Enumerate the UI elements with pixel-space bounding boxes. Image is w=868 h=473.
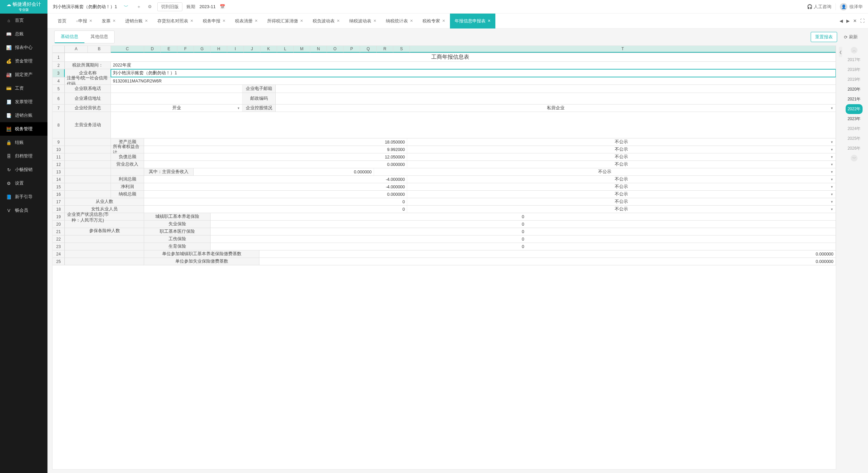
year-down-icon[interactable]: ﹀ [851, 155, 857, 162]
year-item-2020年[interactable]: 2020年 [846, 84, 863, 94]
value-18[interactable]: 0 [144, 206, 407, 213]
add-icon[interactable]: ＋ [135, 4, 142, 10]
row-header-23[interactable]: 23 [53, 243, 65, 250]
col-header-T[interactable]: T [410, 46, 836, 53]
col-header-H[interactable]: H [211, 46, 227, 53]
value-24[interactable]: 0.000000 [259, 250, 836, 258]
value-insure-21[interactable]: 0 [211, 228, 836, 235]
value-asset-16[interactable]: 0.000000 [144, 191, 407, 198]
value-asset-9[interactable]: 18.050000 [144, 138, 407, 146]
year-item-2017年[interactable]: 2017年 [846, 55, 863, 65]
col-header-F[interactable]: F [177, 46, 194, 53]
value-address[interactable] [111, 93, 242, 104]
tab-close-icon[interactable]: ✕ [190, 19, 193, 23]
row-header-3[interactable]: 3 [53, 69, 65, 77]
row-header-6[interactable]: 6 [53, 93, 65, 104]
dropdown-pub-16[interactable]: 不公示 [407, 191, 836, 198]
dropdown-pub-18[interactable]: 不公示 [407, 206, 836, 213]
value-asset-14[interactable]: -4.000000 [144, 176, 407, 183]
dropdown-pub-13[interactable]: 不公示 [374, 168, 836, 175]
tab-close-icon[interactable]: ✕ [488, 19, 491, 23]
tabs-close-icon[interactable]: ✕ [853, 18, 857, 23]
value-zip[interactable] [276, 93, 836, 104]
tab-close-icon[interactable]: ✕ [300, 19, 303, 23]
tab-close-icon[interactable]: ✕ [89, 19, 92, 23]
gear-icon[interactable]: ⚙ [146, 4, 153, 9]
tab-close-icon[interactable]: ✕ [337, 19, 340, 23]
row-header-9[interactable]: 9 [53, 138, 65, 146]
value-asset-13[interactable]: 0.000000 [194, 168, 374, 175]
col-header-O[interactable]: O [327, 46, 343, 53]
tab-close-icon[interactable]: ✕ [373, 19, 376, 23]
sidebar-item-0[interactable]: ⌂首页 [0, 14, 47, 27]
tab-12[interactable]: 年报信息申报表✕ [450, 14, 495, 29]
col-header-A[interactable]: A [65, 46, 88, 53]
value-insure-23[interactable]: 0 [211, 243, 836, 250]
tab-5[interactable]: 税务申报✕ [198, 14, 230, 29]
col-header-G[interactable]: G [194, 46, 211, 53]
value-main-biz[interactable] [111, 112, 836, 138]
sheet-corner[interactable] [53, 46, 65, 53]
reset-report-button[interactable]: 重置报表 [811, 32, 837, 42]
year-item-2025年[interactable]: 2025年 [846, 134, 863, 144]
tab-9[interactable]: 纳税波动表✕ [344, 14, 381, 29]
value-17[interactable]: 0 [144, 198, 407, 205]
dropdown-status[interactable]: 开业 [111, 105, 242, 112]
col-header-E[interactable]: E [161, 46, 177, 53]
row-header-12[interactable]: 12 [53, 161, 65, 168]
tab-8[interactable]: 税负波动表✕ [308, 14, 344, 29]
dropdown-pub-12[interactable]: 不公示 [407, 161, 836, 168]
dropdown-pub-15[interactable]: 不公示 [407, 183, 836, 190]
tab-10[interactable]: 纳税统计表✕ [381, 14, 418, 29]
value-asset-12[interactable]: 0.000000 [144, 161, 407, 168]
row-header-15[interactable]: 15 [53, 183, 65, 190]
row-header-7[interactable]: 7 [53, 105, 65, 112]
dropdown-pub-11[interactable]: 不公示 [407, 153, 836, 160]
tabs-prev-icon[interactable]: ◀ [840, 18, 843, 23]
year-item-2021年[interactable]: 2021年 [846, 94, 863, 104]
year-up-icon[interactable]: ︿ [851, 47, 857, 54]
col-header-S[interactable]: S [393, 46, 410, 53]
dropdown-pub-14[interactable]: 不公示 [407, 176, 836, 183]
value-company-name[interactable]: 刘小艳演示账套（勿删勿动！）1 [111, 69, 836, 77]
tab-close-icon[interactable]: ✕ [113, 19, 116, 23]
year-item-2024年[interactable]: 2024年 [846, 124, 863, 134]
col-header-B[interactable]: B [88, 46, 111, 53]
value-asset-10[interactable]: 9.992000 [144, 146, 407, 153]
tab-2[interactable]: 发票✕ [97, 14, 120, 29]
row-header-18[interactable]: 18 [53, 206, 65, 213]
dropdown-holding[interactable]: 私营企业 [276, 105, 836, 112]
year-item-2022年[interactable]: 2022年 [846, 104, 863, 114]
tab-0[interactable]: 首页 [53, 14, 71, 29]
tab-close-icon[interactable]: ✕ [222, 19, 225, 23]
tab-11[interactable]: 税检专家✕ [418, 14, 450, 29]
account-name[interactable]: 刘小艳演示账套（勿删勿动！）1 [53, 4, 117, 10]
collapse-year-panel-icon[interactable]: ❮ [839, 47, 842, 57]
value-insure-22[interactable]: 0 [211, 235, 836, 243]
consult-button[interactable]: 🎧 人工咨询 [807, 4, 831, 10]
col-header-C[interactable]: C [111, 46, 144, 53]
col-header-N[interactable]: N [310, 46, 327, 53]
value-phone[interactable] [111, 85, 242, 93]
horizontal-scrollbar[interactable] [53, 464, 836, 469]
tab-close-icon[interactable]: ✕ [145, 19, 148, 23]
col-header-Q[interactable]: Q [360, 46, 377, 53]
tab-6[interactable]: 税表清册✕ [230, 14, 262, 29]
tab-close-icon[interactable]: ✕ [410, 19, 413, 23]
row-header-24[interactable]: 24 [53, 250, 65, 258]
sidebar-item-6[interactable]: 🧾发票管理 [0, 95, 47, 109]
tab-7[interactable]: 所得税汇算清缴✕ [262, 14, 308, 29]
year-item-2023年[interactable]: 2023年 [846, 114, 863, 124]
value-email[interactable] [276, 85, 836, 93]
row-header-4[interactable]: 4 [53, 77, 65, 84]
col-header-K[interactable]: K [260, 46, 277, 53]
row-header-2[interactable]: 2 [53, 62, 65, 69]
row-header-1[interactable]: 1 [53, 53, 65, 61]
account-dropdown-icon[interactable]: ﹀ [121, 4, 131, 10]
sidebar-item-12[interactable]: ⚙设置 [0, 176, 47, 190]
row-header-11[interactable]: 11 [53, 153, 65, 160]
col-header-M[interactable]: M [294, 46, 310, 53]
tab-close-icon[interactable]: ✕ [255, 19, 258, 23]
sidebar-item-13[interactable]: 📘新手引导 [0, 190, 47, 204]
value-asset-11[interactable]: 12.050000 [144, 153, 407, 160]
